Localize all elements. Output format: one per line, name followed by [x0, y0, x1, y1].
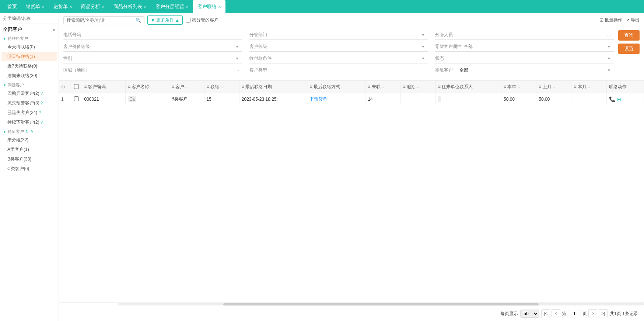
person-input[interactable]	[459, 32, 605, 38]
row-last-date: 2023-05-23 18:25:	[239, 93, 307, 105]
pagination: 每页显示 50 100 200 |< < 第 页 > >| 共1页 1条记录	[59, 306, 644, 321]
action-icons-group: 📞 ⊞	[609, 96, 641, 102]
last-method-link[interactable]: 下销货单	[309, 96, 327, 101]
nav-home[interactable]: 首页	[3, 0, 21, 13]
filter-gender: 性别 ▼	[63, 54, 242, 63]
sidebar-item-7days[interactable]: 近7天待联络(0)	[1, 62, 57, 71]
gender-input[interactable]	[88, 56, 233, 61]
retail-attr-arrow-icon[interactable]: ▼	[607, 45, 611, 49]
gender-arrow-icon[interactable]: ▼	[235, 56, 239, 61]
filter-retail-attr: 零散客户属性 全部 ▼	[435, 42, 614, 52]
row-this-month	[571, 93, 606, 105]
collapse-icon[interactable]: «	[53, 27, 56, 32]
page-suffix: 页	[582, 311, 587, 317]
batch-checkbox-icon: ☑	[599, 18, 603, 23]
retail-customer-arrow-icon[interactable]: ▼	[607, 68, 611, 72]
customer-level-arrow-icon[interactable]: ▼	[421, 45, 425, 49]
first-page-button[interactable]: |<	[541, 309, 550, 318]
sidebar-item-ungrouped[interactable]: 未分组(32)	[1, 135, 57, 145]
value-level-arrow-icon[interactable]: ▼	[235, 45, 239, 49]
set-button[interactable]: 设置	[618, 44, 640, 54]
per-page-select[interactable]: 50 100 200	[520, 310, 539, 318]
next-page-button[interactable]: >	[588, 309, 597, 318]
payment-input[interactable]	[274, 56, 419, 61]
filter-icon: ▼	[151, 18, 155, 23]
table-row: 1 000021 Ea B类客户 15 2023-05-23 18:25: 下销…	[59, 93, 644, 105]
action-phone-icon[interactable]: 📞	[609, 96, 615, 102]
phone-input[interactable]	[88, 32, 239, 38]
sidebar-search-area: 🔍	[0, 13, 59, 24]
col-last-month: ≡ 上月...	[536, 81, 571, 93]
page-number-input[interactable]	[568, 310, 581, 317]
sidebar-item-tomorrow[interactable]: 明天待联络(1)	[1, 52, 57, 61]
horizontal-scrollbar[interactable]	[59, 302, 644, 306]
nav-customer-contact[interactable]: 客户联络 ✕	[193, 0, 225, 13]
filter-retail-customer: 零散客户 全部 ▼	[435, 66, 614, 75]
export-button[interactable]: ↗ 导出	[626, 17, 640, 23]
sidebar-item-declining[interactable]: 持续下滑客户(2) ?	[1, 118, 57, 127]
last-page-button[interactable]: >|	[599, 309, 608, 318]
nav-purchase[interactable]: 进货单 ✕	[49, 0, 77, 13]
nav-customer-tier-close-icon[interactable]: ✕	[186, 5, 189, 9]
more-filter-button[interactable]: ▼ 更多条件 ▲	[147, 15, 183, 25]
sidebar-item-b-class[interactable]: B类客户(33)	[1, 155, 57, 164]
nav-sales-close-icon[interactable]: ✕	[42, 5, 45, 9]
content-area: 🔍 ▼ 更多条件 ▲ 我分管的客户 ☑ 批量操作 ↗ 导出	[59, 13, 644, 321]
status-arrow-icon[interactable]: ▼	[607, 56, 611, 61]
nav-sales[interactable]: 销货单 ✕	[21, 0, 49, 13]
person-more-icon[interactable]: ···	[607, 32, 611, 38]
per-page-label: 每页显示	[500, 311, 518, 317]
dept-arrow-icon[interactable]: ▼	[421, 33, 425, 37]
nav-product-analysis-close-icon[interactable]: ✕	[102, 5, 105, 9]
filter-row-2: 客户价值等级 ▼ 客户等级 ▼ 零散客户属性 全部 ▼	[63, 42, 614, 52]
row-contact-count: 15	[204, 93, 239, 105]
nav-product-analysis-list-close-icon[interactable]: ✕	[144, 5, 147, 9]
value-customers-edit-icon[interactable]: ✎	[30, 129, 34, 134]
value-customers-refresh-icon[interactable]: ↻	[25, 129, 29, 134]
sidebar-search-input[interactable]	[3, 16, 58, 21]
sidebar-item-today[interactable]: 今天待联络(0)	[1, 42, 57, 52]
status-input[interactable]	[459, 56, 605, 61]
group-problem-customers: 问题客户	[0, 81, 59, 89]
nav-customer-contact-close-icon[interactable]: ✕	[218, 5, 221, 9]
batch-operation-button[interactable]: ☑ 批量操作	[599, 17, 622, 23]
value-level-input[interactable]	[92, 44, 233, 49]
toolbar: 🔍 ▼ 更多条件 ▲ 我分管的客户 ☑ 批量操作 ↗ 导出	[59, 13, 644, 27]
main-search-input[interactable]	[67, 18, 136, 23]
my-customers-check[interactable]	[186, 18, 190, 23]
my-customers-checkbox[interactable]: 我分管的客户	[186, 17, 218, 23]
prev-page-button[interactable]: <	[552, 309, 560, 318]
nav-product-analysis[interactable]: 商品分析 ✕	[77, 0, 109, 13]
col-name: ≡ 客户名称	[125, 81, 169, 93]
customer-level-input[interactable]	[274, 44, 419, 49]
action-grid-icon[interactable]: ⊞	[617, 96, 621, 102]
sidebar-item-c-class[interactable]: C类客户(6)	[1, 164, 57, 173]
sidebar-item-repurchase-abnormal[interactable]: 回购异常客户(2) ?	[1, 89, 57, 98]
customer-type-input[interactable]	[274, 68, 425, 73]
sidebar-item-a-class[interactable]: A类客户(1)	[1, 145, 57, 154]
sidebar-item-overdue[interactable]: 逾期未联络(30)	[1, 71, 57, 80]
toolbar-right: ☑ 批量操作 ↗ 导出	[599, 17, 640, 23]
area-more-icon[interactable]: ···	[235, 68, 239, 73]
nav-product-analysis-list[interactable]: 商品分析列表 ✕	[109, 0, 151, 13]
main-search-icon[interactable]: 🔍	[136, 18, 141, 23]
sidebar-item-churned[interactable]: 已流失客户(24) ?	[1, 108, 57, 117]
scrollbar-thumb[interactable]	[223, 303, 539, 306]
nav-purchase-close-icon[interactable]: ✕	[69, 5, 72, 9]
table-header-row: ⚙ ≡ 客户编码 ≡ 客户名称 ≡ 客户...	[59, 81, 644, 93]
sidebar: 🔍 全部客户 « 待联络客户 今天待联络(0) 明天待联络(1) 近7天待联络(…	[0, 13, 59, 321]
col-unit-contact: ≡ 往来单位联系人	[435, 81, 501, 93]
row-checkbox[interactable]	[74, 96, 79, 101]
all-customers-title[interactable]: 全部客户 «	[0, 24, 59, 34]
select-all-checkbox[interactable]	[74, 84, 79, 89]
sidebar-item-churn-warning[interactable]: 流失预警客户(3) ?	[1, 99, 57, 108]
col-this-month: ≡ 本月...	[571, 81, 606, 93]
payment-arrow-icon[interactable]: ▼	[421, 56, 425, 61]
dept-input[interactable]	[274, 32, 419, 38]
nav-customer-tier[interactable]: 客户分层经营 ✕	[151, 0, 193, 13]
col-last-method: ≡ 最后联络方式	[307, 81, 365, 93]
filter-person: 分管人员 ···	[435, 30, 614, 40]
column-settings-icon[interactable]: ⚙	[61, 84, 65, 90]
query-button[interactable]: 查询	[618, 30, 640, 41]
area-input[interactable]	[92, 68, 233, 73]
